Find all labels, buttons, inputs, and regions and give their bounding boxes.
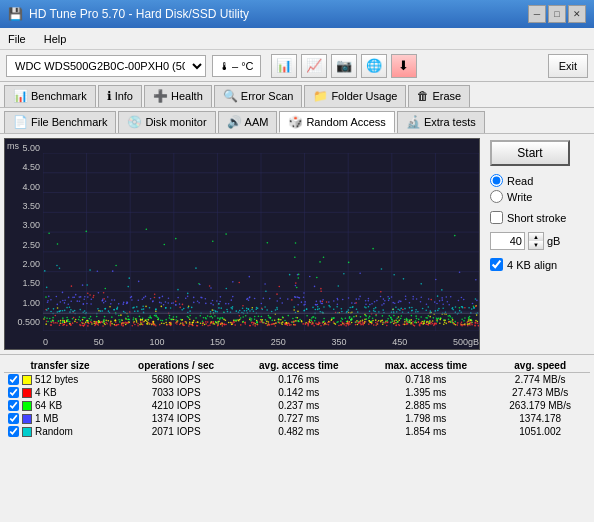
- svg-point-51: [228, 322, 230, 324]
- svg-point-1068: [400, 301, 402, 303]
- legend-color-3: [22, 414, 32, 424]
- tab-folder-usage[interactable]: 📁 Folder Usage: [304, 85, 406, 107]
- write-radio[interactable]: [490, 190, 503, 203]
- svg-point-898: [234, 319, 236, 321]
- svg-point-964: [118, 303, 120, 305]
- svg-point-578: [106, 323, 108, 325]
- menu-help[interactable]: Help: [40, 31, 71, 47]
- svg-point-920: [69, 321, 71, 323]
- close-button[interactable]: ✕: [568, 5, 586, 23]
- svg-point-1129: [409, 307, 411, 309]
- toolbar-icon-3[interactable]: 📷: [331, 54, 357, 78]
- minimize-button[interactable]: ─: [528, 5, 546, 23]
- tab-health[interactable]: ➕ Health: [144, 85, 212, 107]
- svg-point-413: [259, 321, 261, 323]
- tab-error-scan[interactable]: 🔍 Error Scan: [214, 85, 303, 107]
- svg-point-510: [275, 322, 277, 324]
- svg-point-1054: [383, 298, 385, 300]
- start-button[interactable]: Start: [490, 140, 570, 166]
- tab-random-access[interactable]: 🎲 Random Access: [279, 111, 394, 133]
- svg-point-407: [188, 325, 190, 327]
- cell-avg-speed-2: 263.179 MB/s: [490, 399, 590, 412]
- row-checkbox-1[interactable]: [8, 387, 19, 398]
- spin-up-button[interactable]: ▲: [529, 233, 543, 241]
- svg-point-1023: [322, 299, 324, 301]
- svg-point-818: [163, 244, 165, 246]
- tab-disk-monitor[interactable]: 💿 Disk monitor: [118, 111, 215, 133]
- drive-select[interactable]: WDC WDS500G2B0C-00PXH0 (500 gB): [6, 55, 206, 77]
- svg-point-1226: [69, 306, 71, 308]
- kb-align-checkbox[interactable]: [490, 258, 503, 271]
- spin-down-button[interactable]: ▼: [529, 241, 543, 249]
- svg-point-1139: [265, 290, 267, 292]
- svg-point-1176: [396, 311, 398, 313]
- svg-point-864: [375, 315, 377, 317]
- exit-button[interactable]: Exit: [548, 54, 588, 78]
- svg-point-316: [57, 307, 59, 309]
- tab-aam[interactable]: 🔊 AAM: [218, 111, 278, 133]
- toolbar-icon-2[interactable]: 📈: [301, 54, 327, 78]
- svg-point-808: [175, 319, 177, 321]
- write-radio-label[interactable]: Write: [490, 190, 588, 203]
- kb-align-label[interactable]: 4 KB align: [490, 258, 588, 271]
- svg-point-1208: [137, 310, 139, 312]
- svg-point-342: [142, 324, 144, 326]
- maximize-button[interactable]: □: [548, 5, 566, 23]
- title-bar-left: 💾 HD Tune Pro 5.70 - Hard Disk/SSD Utili…: [8, 7, 249, 21]
- svg-point-669: [137, 325, 139, 327]
- row-checkbox-4[interactable]: [8, 426, 19, 437]
- svg-point-1240: [59, 268, 61, 270]
- svg-point-1085: [376, 300, 378, 302]
- toolbar-icon-1[interactable]: 📊: [271, 54, 297, 78]
- row-checkbox-2[interactable]: [8, 400, 19, 411]
- svg-point-1020: [218, 303, 220, 305]
- svg-point-915: [254, 318, 256, 320]
- tab-extra-tests[interactable]: 🔬 Extra tests: [397, 111, 485, 133]
- read-radio-label[interactable]: Read: [490, 174, 588, 187]
- svg-point-1250: [319, 311, 321, 313]
- svg-point-506: [134, 324, 136, 326]
- svg-point-552: [380, 291, 382, 293]
- table-row: 4 KB 7033 IOPS 0.142 ms 1.395 ms 27.473 …: [4, 386, 590, 399]
- stroke-spinbox[interactable]: [490, 232, 525, 250]
- svg-point-281: [43, 318, 45, 320]
- svg-point-162: [204, 324, 206, 326]
- short-stroke-checkbox[interactable]: [490, 211, 503, 224]
- short-stroke-label[interactable]: Short stroke: [490, 211, 588, 224]
- toolbar-icon-4[interactable]: 🌐: [361, 54, 387, 78]
- svg-point-473: [197, 325, 199, 327]
- svg-point-1134: [143, 308, 145, 310]
- cell-ops-1: 7033 IOPS: [116, 386, 236, 399]
- svg-point-318: [309, 322, 311, 324]
- tab-info[interactable]: ℹ Info: [98, 85, 142, 107]
- menu-file[interactable]: File: [4, 31, 30, 47]
- svg-point-61: [225, 319, 227, 321]
- tab-benchmark[interactable]: 📊 Benchmark: [4, 85, 96, 107]
- svg-point-983: [70, 300, 72, 302]
- svg-point-1306: [364, 306, 366, 308]
- svg-point-286: [423, 323, 425, 325]
- tab-benchmark-label: Benchmark: [31, 90, 87, 102]
- cell-size-2: 64 KB: [4, 399, 116, 412]
- toolbar: WDC WDS500G2B0C-00PXH0 (500 gB) 🌡 – °C 📊…: [0, 50, 594, 82]
- read-radio[interactable]: [490, 174, 503, 187]
- cell-size-1: 4 KB: [4, 386, 116, 399]
- svg-point-1089: [281, 302, 283, 304]
- svg-point-726: [162, 320, 164, 322]
- svg-point-1004: [249, 296, 251, 298]
- svg-point-646: [50, 324, 52, 326]
- tab-erase[interactable]: 🗑 Erase: [408, 85, 470, 107]
- svg-point-826: [340, 320, 342, 322]
- svg-point-973: [296, 296, 298, 298]
- tab-file-benchmark[interactable]: 📄 File Benchmark: [4, 111, 116, 133]
- svg-point-1317: [452, 307, 454, 309]
- svg-point-671: [168, 317, 170, 319]
- svg-point-783: [451, 322, 453, 324]
- svg-point-1123: [400, 308, 402, 310]
- row-checkbox-3[interactable]: [8, 413, 19, 424]
- row-checkbox-0[interactable]: [8, 374, 19, 385]
- svg-point-882: [62, 321, 64, 323]
- svg-point-1076: [143, 297, 145, 299]
- read-label: Read: [507, 175, 533, 187]
- toolbar-icon-5[interactable]: ⬇: [391, 54, 417, 78]
